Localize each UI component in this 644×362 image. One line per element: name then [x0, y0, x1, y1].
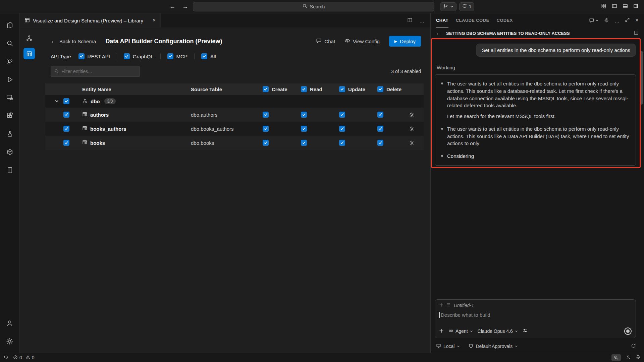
chat-sessions-dropdown[interactable]	[589, 18, 598, 23]
checkbox-read[interactable]	[301, 126, 307, 132]
api-option-rest[interactable]: REST API	[78, 53, 110, 59]
explorer-icon[interactable]	[0, 16, 19, 34]
checkbox-read-all[interactable]	[301, 86, 307, 92]
checkbox-read[interactable]	[301, 140, 307, 146]
source-control-icon[interactable]	[0, 52, 19, 70]
scrollbar-thumb[interactable]	[641, 51, 643, 105]
gear-icon[interactable]	[604, 17, 609, 24]
problems-indicator[interactable]: 0 0	[13, 355, 35, 361]
checkbox-update-all[interactable]	[339, 86, 345, 92]
profile-icon[interactable]	[626, 355, 631, 361]
back-arrow-icon[interactable]: ←	[169, 3, 175, 10]
view-config-button[interactable]: View Config	[344, 38, 380, 45]
more-actions-icon[interactable]: …	[614, 18, 620, 23]
checkbox-read[interactable]	[301, 112, 307, 118]
tab-codex[interactable]: CODEX	[497, 13, 513, 27]
bell-icon[interactable]	[636, 355, 641, 361]
gear-icon[interactable]	[399, 126, 424, 132]
close-icon[interactable]: ×	[153, 17, 156, 23]
checkbox-row-select[interactable]	[63, 140, 69, 146]
tab-visualize-design-schema[interactable]: Visualize and Design Schema (Preview) – …	[20, 13, 161, 27]
checkbox-delete[interactable]	[377, 126, 383, 132]
table-config-icon[interactable]	[23, 48, 35, 59]
filter-entities-field[interactable]	[61, 69, 128, 74]
tools-sliders-icon[interactable]	[523, 328, 528, 334]
checkbox-all[interactable]	[201, 53, 207, 59]
command-center-search[interactable]: Search	[193, 2, 434, 11]
tab-claude-code[interactable]: CLAUDE CODE	[456, 13, 489, 27]
checkbox-create[interactable]	[263, 126, 269, 132]
run-debug-icon[interactable]	[0, 70, 19, 88]
checkbox-update[interactable]	[339, 140, 345, 146]
toggle-sidebar-left-icon[interactable]	[612, 3, 617, 10]
notebook-icon[interactable]	[0, 161, 19, 179]
deploy-button[interactable]: ▶ Deploy	[389, 36, 421, 47]
checkbox-create[interactable]	[263, 140, 269, 146]
checkbox-delete[interactable]	[377, 140, 383, 146]
schema-group-row[interactable]: dbo 3/3	[45, 95, 424, 108]
filter-entities-input[interactable]	[51, 66, 140, 77]
api-option-mcp[interactable]: MCP	[167, 53, 187, 59]
extensions-icon[interactable]	[0, 107, 19, 125]
divider	[117, 53, 117, 59]
checkbox-delete-all[interactable]	[377, 86, 383, 92]
checkbox-update[interactable]	[339, 112, 345, 118]
branch-control[interactable]	[440, 2, 457, 11]
more-actions-icon[interactable]: …	[419, 18, 424, 23]
gear-icon[interactable]	[399, 112, 424, 118]
testing-icon[interactable]	[0, 125, 19, 143]
voice-record-button[interactable]	[624, 327, 632, 335]
model-picker[interactable]: Claude Opus 4.6	[478, 328, 518, 334]
layout-grid-icon[interactable]	[601, 3, 606, 10]
account-icon[interactable]	[0, 314, 19, 332]
add-context-icon[interactable]	[439, 303, 443, 308]
checkbox-delete[interactable]	[377, 112, 383, 118]
expand-icon[interactable]	[625, 17, 630, 23]
checkbox-create-all[interactable]	[263, 86, 269, 92]
toggle-sidebar-right-icon[interactable]	[633, 3, 639, 10]
context-file-chip[interactable]: Untitled-1	[454, 303, 474, 308]
open-in-editor-icon[interactable]	[634, 30, 639, 36]
checkbox-row-select[interactable]	[63, 126, 69, 132]
tab-chat[interactable]: CHAT	[436, 13, 448, 27]
environment-picker[interactable]: Local	[436, 343, 460, 349]
checkbox-create[interactable]	[263, 112, 269, 118]
split-editor-icon[interactable]	[407, 17, 413, 24]
checkbox-row-select[interactable]	[63, 112, 69, 118]
checkbox-graphql[interactable]	[124, 53, 130, 59]
sync-status-control[interactable]: 1	[459, 2, 474, 11]
checkbox-update[interactable]	[339, 126, 345, 132]
api-option-all[interactable]: All	[201, 53, 216, 59]
agent-mode-picker[interactable]: Agent	[448, 328, 473, 334]
schema-view-icon[interactable]	[23, 33, 35, 44]
table-row[interactable]: books_authors dbo.books_authors	[45, 122, 424, 136]
close-icon[interactable]: ×	[635, 17, 639, 24]
table-row[interactable]: books dbo.books	[45, 136, 424, 150]
settings-gear-icon[interactable]	[0, 332, 19, 350]
attach-icon[interactable]	[439, 328, 444, 334]
chevron-down-icon[interactable]	[45, 99, 61, 103]
checkbox-mcp[interactable]	[167, 53, 173, 59]
back-to-schema-link[interactable]: ← Back to Schema	[51, 38, 96, 45]
chat-button[interactable]: Chat	[316, 38, 335, 45]
checkbox-group-dbo[interactable]	[63, 98, 69, 104]
zoom-indicator[interactable]	[611, 354, 621, 361]
database-icon[interactable]	[0, 143, 19, 161]
search-icon[interactable]	[0, 34, 19, 52]
thinking-paragraph: Considering	[447, 153, 474, 160]
editor-tab-bar: Visualize and Design Schema (Preview) – …	[20, 13, 430, 28]
chat-message-list[interactable]: Set all entities in the dbo schema to pe…	[431, 39, 644, 299]
table-row[interactable]: authors dbo.authors	[45, 108, 424, 122]
checkbox-rest-api[interactable]	[78, 53, 85, 59]
remote-explorer-icon[interactable]	[0, 88, 19, 107]
gear-icon[interactable]	[399, 140, 424, 146]
session-sync-icon[interactable]	[631, 343, 636, 349]
back-arrow-icon[interactable]: ←	[436, 30, 441, 36]
forward-arrow-icon[interactable]: →	[182, 3, 188, 10]
chat-input-box[interactable]: Untitled-1 Describe what to build Agent	[435, 299, 636, 338]
approvals-picker[interactable]: Default Approvals	[469, 344, 518, 349]
remote-icon[interactable]	[3, 355, 8, 361]
prompt-placeholder[interactable]: Describe what to build	[441, 312, 490, 318]
toggle-panel-bottom-icon[interactable]	[623, 3, 628, 10]
api-option-graphql[interactable]: GraphQL	[124, 53, 154, 59]
